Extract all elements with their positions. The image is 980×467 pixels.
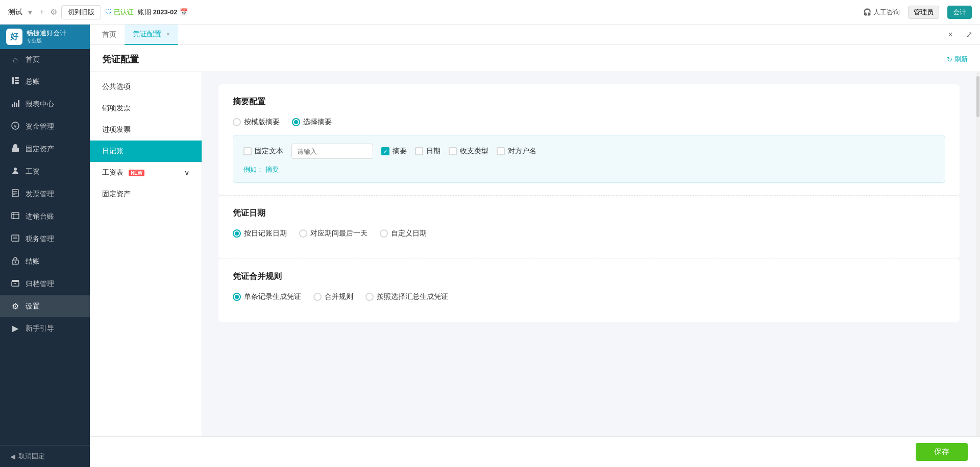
sidebar-label-reports: 报表中心 [26,100,54,109]
reports-icon [10,99,20,109]
switch-version-button[interactable]: 切到旧版 [61,5,101,19]
sidebar-item-tax[interactable]: 税务管理 [0,228,90,250]
accountant-button[interactable]: 会计 [947,6,972,19]
expand-window-icon[interactable]: ⤢ [962,28,976,42]
calendar-icon[interactable]: 📅 [180,8,188,16]
journal-date-circle [233,229,241,238]
radio-journal-date[interactable]: 按日记账日期 [233,229,287,238]
inner-layout: 公共选项 销项发票 进项发票 日记账 工资表 NEW [90,72,980,436]
svg-rect-7 [18,100,19,107]
svg-rect-6 [16,103,17,107]
add-icon[interactable]: ＋ [38,7,46,17]
radio-select-label: 选择摘要 [303,118,332,127]
logo-icon: 好 [6,29,22,45]
sidebar-nav: ⌂ 首页 总账 报表中心 ¥ 资金管理 [0,49,90,445]
svg-rect-16 [12,213,19,219]
nav-item-fixed-assets[interactable]: 固定资产 [90,183,202,205]
sidebar-item-assets[interactable]: 固定资产 [0,138,90,160]
manager-button[interactable]: 管理员 [908,6,939,19]
tab-voucher-config[interactable]: 凭证配置 × [125,25,178,45]
sidebar-item-reports[interactable]: 报表中心 [0,93,90,115]
company-name: 测试 [8,8,22,17]
svg-rect-0 [12,77,14,84]
save-button[interactable]: 保存 [916,443,968,461]
shield-icon: 🛡 [105,8,112,16]
sidebar-item-funds[interactable]: ¥ 资金管理 [0,115,90,138]
fixed-text-label: 固定文本 [255,147,283,156]
date-config-section: 凭证日期 按日记账日期 对应期间最后一天 [218,196,960,259]
purchase-sale-icon [10,212,20,222]
summary-radio-group: 按模版摘要 选择摘要 [233,118,945,127]
close-window-icon[interactable]: × [943,28,958,42]
sidebar-label-home: 首页 [26,55,40,64]
custom-date-circle [380,229,388,238]
sidebar-label-assets: 固定资产 [26,145,54,154]
fixed-text-checkbox [243,147,252,155]
sidebar-item-ledger[interactable]: 总账 [0,71,90,93]
refresh-icon: ↻ [947,56,952,63]
nav-item-purchase-invoice[interactable]: 进项发票 [90,119,202,141]
new-badge: NEW [129,170,144,176]
radio-merge-rule[interactable]: 合并规则 [313,292,353,301]
checkbox-fixed-text[interactable]: 固定文本 [243,147,283,156]
sidebar-item-home[interactable]: ⌂ 首页 [0,49,90,71]
sidebar-item-settings[interactable]: ⚙ 设置 [0,295,90,317]
sidebar-item-salary[interactable]: 工资 [0,160,90,183]
top-bar: 测试 ▼ ＋ ⚙ 切到旧版 🛡 已认证 账期 2023-02 📅 🎧 人工咨询 … [0,0,980,25]
archive-icon [10,279,20,289]
logo-text-block: 畅捷通好会计 专业版 [27,29,66,45]
svg-point-11 [14,168,17,171]
service-button[interactable]: 🎧 人工咨询 [863,8,900,17]
income-type-checkbox [449,147,457,155]
scrollbar-track [976,72,980,436]
tax-icon [10,234,20,244]
checkbox-counterpart[interactable]: 对方户名 [497,147,536,156]
sidebar-item-guide[interactable]: ▶ 新手引导 [0,317,90,339]
tab-home[interactable]: 首页 [94,25,125,45]
home-icon: ⌂ [10,55,20,64]
salary-icon [10,167,20,177]
nav-item-public[interactable]: 公共选项 [90,76,202,98]
checkbox-income-type[interactable]: 收支类型 [449,147,488,156]
fixed-text-input[interactable] [291,144,373,159]
sidebar: 好 畅捷通好会计 专业版 ⌂ 首页 总账 报表中心 [0,25,90,467]
sidebar-item-invoice[interactable]: 发票管理 [0,183,90,205]
sidebar-item-closing[interactable]: 结账 [0,250,90,273]
radio-select-summary[interactable]: 选择摘要 [292,118,332,127]
checkbox-summary[interactable]: 摘要 [381,147,407,156]
funds-icon: ¥ [10,122,20,132]
svg-rect-25 [12,280,19,282]
checkbox-date[interactable]: 日期 [415,147,440,156]
merge-section-title: 凭证合并规则 [233,271,945,282]
cancel-fixed-button[interactable]: ◀ 取消固定 [0,445,90,467]
bottom-bar: 保存 [90,436,980,467]
assets-icon [10,144,20,154]
settings-icon[interactable]: ⚙ [50,7,57,17]
radio-last-day[interactable]: 对应期间最后一天 [299,229,368,238]
sidebar-label-ledger: 总账 [26,77,40,86]
nav-item-sales-invoice[interactable]: 销项发票 [90,98,202,119]
refresh-button[interactable]: ↻ 刷新 [947,55,968,64]
main-layout: 好 畅捷通好会计 专业版 ⌂ 首页 总账 报表中心 [0,25,980,467]
sidebar-item-purchase-sale[interactable]: 进销台账 [0,205,90,228]
single-circle [233,293,241,301]
last-day-label: 对应期间最后一天 [310,229,368,238]
tab-close-button[interactable]: × [166,31,170,38]
dropdown-icon[interactable]: ▼ [27,8,34,16]
merge-radio-group: 单条记录生成凭证 合并规则 按照选择汇总生成凭证 [233,292,945,301]
merge-rule-label: 合并规则 [325,292,353,301]
sidebar-item-archive[interactable]: 归档管理 [0,273,90,295]
example-text: 例如： 摘要 [243,165,935,174]
radio-select-summary-merge[interactable]: 按照选择汇总生成凭证 [365,292,448,301]
counterpart-label: 对方户名 [508,147,536,156]
radio-single[interactable]: 单条记录生成凭证 [233,292,301,301]
nav-item-journal[interactable]: 日记账 [90,141,202,162]
single-label: 单条记录生成凭证 [244,292,301,301]
svg-rect-2 [15,80,19,81]
nav-item-payroll[interactable]: 工资表 NEW ∨ [90,162,202,183]
last-day-circle [299,229,307,238]
scrollbar-thumb[interactable] [976,76,979,117]
radio-template-summary[interactable]: 按模版摘要 [233,118,280,127]
radio-custom-date[interactable]: 自定义日期 [380,229,427,238]
right-panel: 摘要配置 按模版摘要 选择摘要 [202,72,980,436]
